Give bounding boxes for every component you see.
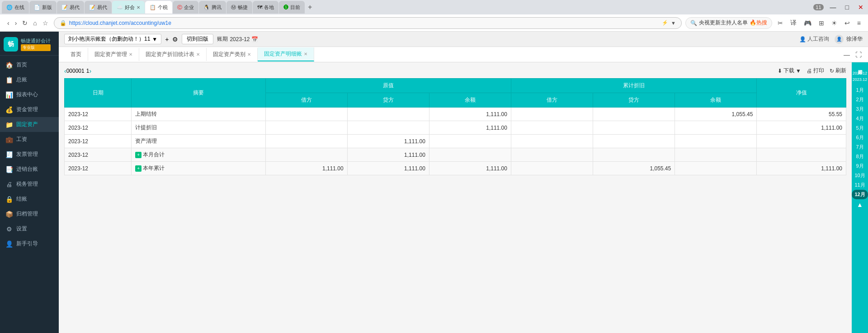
cell-summary: 资产清理 — [132, 135, 265, 148]
sidebar-item-tax[interactable]: 🖨 税务管理 — [0, 177, 59, 192]
brightness-button[interactable]: ☀ — [830, 19, 839, 28]
browser-tab-qiye[interactable]: Ⓒ 企业 — [173, 1, 198, 14]
month-item-3[interactable]: 3月 — [852, 104, 868, 114]
print-button[interactable]: 🖨 打印 — [807, 67, 824, 75]
add-account-button[interactable]: + — [165, 36, 169, 43]
refresh-button[interactable]: ↻ — [20, 19, 29, 28]
cell-accum-balance — [675, 135, 757, 148]
sidebar-item-guide[interactable]: 👤 新手引导 — [0, 236, 59, 251]
ledger-icon: 📋 — [5, 76, 13, 84]
month-item-2[interactable]: 2月 — [852, 95, 868, 104]
cell-accum-debit — [511, 162, 593, 175]
next-record-button[interactable]: › — [89, 67, 91, 75]
tab-depreciation-stats[interactable]: 固定资产折旧统计表 ✕ — [139, 48, 207, 61]
download-button[interactable]: ⬇ 下载 ▼ — [778, 67, 801, 75]
month-item-7[interactable]: 7月 — [852, 142, 868, 152]
browser-tab-yidai1[interactable]: 📝 易代 — [57, 1, 84, 14]
month-item-1[interactable]: 1月 — [852, 85, 868, 95]
scroll-up-button[interactable]: ▲ — [857, 201, 863, 208]
sidebar-item-assets[interactable]: 📁 固定资产 — [0, 117, 59, 132]
menu-button[interactable]: ≡ — [855, 19, 863, 28]
sidebar-item-settings[interactable]: ⚙ 设置 — [0, 221, 59, 236]
sidebar-item-archive[interactable]: 📦 归档管理 — [0, 206, 59, 221]
month-item-8[interactable]: 8月 — [852, 152, 868, 161]
address-bar[interactable]: 🔒 https://cloud.chanjet.com/accounting/u… — [54, 17, 682, 29]
user-name: 徐泽华 — [846, 35, 863, 43]
scissors-button[interactable]: ✂ — [776, 19, 785, 28]
back-button[interactable]: ‹ — [5, 19, 11, 28]
month-item-10[interactable]: 10月 — [852, 171, 868, 180]
content-area: ‹ 000001 1 › ⬇ 下载 ▼ 🖨 打 — [59, 62, 868, 333]
forward-button[interactable]: › — [13, 19, 19, 28]
browser-tab-tengxun[interactable]: 🐧 腾讯 — [199, 1, 226, 14]
refresh-data-button[interactable]: ↻ 刷新 — [830, 67, 846, 75]
browser-tab-yidai2[interactable]: 📝 易代 — [85, 1, 112, 14]
new-tab-button[interactable]: + — [305, 3, 315, 11]
tab-close-fixed-assets-mgmt[interactable]: ✕ — [129, 52, 132, 57]
tab-asset-categories[interactable]: 固定资产类别 ✕ — [207, 48, 258, 61]
month-item-9[interactable]: 9月 — [852, 161, 868, 171]
undo-button[interactable]: ↩ — [843, 19, 852, 28]
sidebar-label-home: 首页 — [16, 61, 27, 69]
restore-button[interactable]: □ — [843, 3, 852, 12]
month-item-6[interactable]: 6月 — [852, 133, 868, 142]
browser-tab-gesui[interactable]: 📋 个税 — [145, 1, 172, 14]
search-bar[interactable]: 🔍 央视更新主持人名单 🔥热搜 — [685, 17, 772, 29]
tab-close-icon[interactable]: ✕ — [137, 5, 140, 10]
account-selector[interactable]: 刘小艳演示账套（勿删勿动！）11 ▼ — [64, 34, 161, 44]
browser-tab-new[interactable]: 📄 新版 — [29, 1, 57, 14]
home-button[interactable]: ⌂ — [31, 19, 38, 28]
th-original-debit: 借方 — [265, 93, 347, 108]
help-button[interactable]: 👤 人工咨询 — [799, 35, 829, 43]
close-button[interactable]: ✕ — [855, 3, 866, 12]
sidebar-item-home[interactable]: 🏠 首页 — [0, 57, 59, 72]
sidebar-item-sales[interactable]: 📑 进销台账 — [0, 162, 59, 177]
month-item-12[interactable]: 12月 — [852, 190, 868, 199]
tab-asset-detail[interactable]: 固定资产明细账 ✕ — [258, 47, 314, 61]
sidebar-item-ledger[interactable]: 📋 总账 — [0, 72, 59, 87]
switch-version-button[interactable]: 切到旧版 — [182, 34, 213, 44]
grid-button[interactable]: ⊞ — [817, 19, 826, 28]
tab-close-asset-categories[interactable]: ✕ — [247, 52, 251, 57]
logo-icon: 畅 — [4, 37, 18, 52]
tab-fixed-assets-mgmt[interactable]: 固定资产管理 ✕ — [88, 48, 139, 61]
sidebar-label-funds: 资金管理 — [16, 106, 38, 113]
sidebar-item-salary[interactable]: 💼 工资 — [0, 132, 59, 147]
browser-tab-gedi[interactable]: 🗺 各地 — [253, 1, 278, 14]
minimize-button[interactable]: — — [827, 3, 839, 12]
bookmark-button[interactable]: ☆ — [41, 19, 50, 28]
th-accumulated-depreciation: 累计折旧 — [511, 79, 756, 93]
tab-label: 个税 — [158, 4, 168, 11]
translate-button[interactable]: 译 — [788, 18, 798, 28]
dropdown-icon: ▼ — [152, 36, 157, 42]
cell-accum-credit — [593, 135, 675, 148]
cell-orig-debit — [265, 121, 347, 135]
month-item-4[interactable]: 4月 — [852, 114, 868, 123]
cell-accum-debit — [511, 148, 593, 162]
sidebar-item-invoice[interactable]: 🧾 发票管理 — [0, 147, 59, 162]
logo-badge: 专业版 — [21, 44, 51, 51]
sidebar-item-funds[interactable]: 💰 资金管理 — [0, 102, 59, 117]
browser-tab-haohui[interactable]: ☁️ 好会 ✕ — [112, 1, 145, 14]
browser-tab-muqian[interactable]: 🅢 目前 — [279, 1, 305, 14]
sidebar-item-close[interactable]: 🔒 结账 — [0, 192, 59, 206]
th-original-value: 原值 — [265, 79, 511, 93]
sidebar-label-archive: 归档管理 — [16, 210, 38, 218]
month-item-5[interactable]: 5月 — [852, 123, 868, 133]
wallet-button[interactable]: 🎮 — [802, 19, 813, 28]
settings-gear-button[interactable]: ⚙ — [172, 36, 178, 43]
minimize-panel-button[interactable]: — — [843, 50, 851, 59]
tab-close-depreciation-stats[interactable]: ✕ — [196, 52, 200, 57]
maximize-panel-button[interactable]: ⛶ — [854, 50, 863, 59]
period-end-date[interactable]: 2023.12 — [853, 77, 868, 83]
period-start-date[interactable]: 2023.12 — [853, 70, 868, 77]
browser-tab-online[interactable]: 🌐 在线 — [2, 1, 29, 14]
tab-close-asset-detail[interactable]: ✕ — [304, 52, 307, 56]
month-item-11[interactable]: 11月 — [852, 180, 868, 190]
th-original-credit: 贷方 — [347, 93, 429, 108]
cell-orig-credit — [347, 108, 429, 121]
sidebar-item-reports[interactable]: 📊 报表中心 — [0, 87, 59, 102]
browser-tab-changjie[interactable]: Ⓜ 畅捷 — [226, 1, 252, 14]
calendar-icon[interactable]: 📅 — [251, 36, 258, 42]
tab-home[interactable]: 首页 — [64, 48, 88, 61]
